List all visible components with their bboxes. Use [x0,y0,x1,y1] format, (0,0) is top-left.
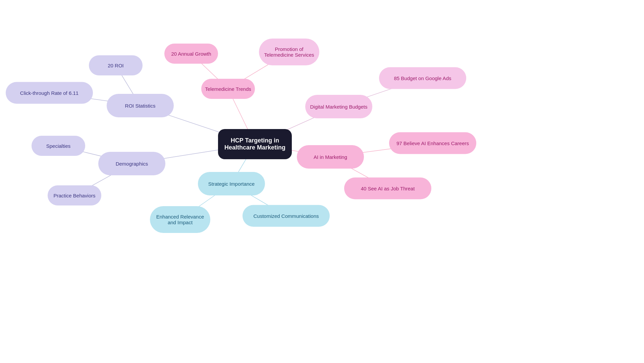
roi-statistics-node[interactable]: ROI Statistics [107,94,174,117]
ai-in-marketing-node[interactable]: AI in Marketing [297,145,364,169]
demographics-node[interactable]: Demographics [98,152,165,175]
digital-marketing-budgets-node[interactable]: Digital Marketing Budgets [305,95,372,118]
specialties-node[interactable]: Specialties [32,136,85,156]
connections-svg [0,0,644,363]
practice-behaviors-node[interactable]: Practice Behaviors [48,185,101,205]
see-ai-job-threat-node[interactable]: 40 See AI as Job Threat [344,178,431,199]
promotion-telemedicine-node[interactable]: Promotion of Telemedicine Services [259,39,319,65]
telemedicine-trends-node[interactable]: Telemedicine Trends [201,79,255,99]
20-roi-node[interactable]: 20 ROI [89,55,143,75]
budget-google-ads-node[interactable]: 85 Budget on Google Ads [379,67,466,89]
strategic-importance-node[interactable]: Strategic Importance [198,172,265,195]
mindmap-container: HCP Targeting in Healthcare Marketing Te… [0,0,644,363]
believe-ai-careers-node[interactable]: 97 Believe AI Enhances Careers [389,132,476,154]
center-node[interactable]: HCP Targeting in Healthcare Marketing [218,129,292,159]
center-label: HCP Targeting in Healthcare Marketing [218,137,292,151]
click-through-rate-node[interactable]: Click-through Rate of 6.11 [6,82,93,104]
enhanced-relevance-node[interactable]: Enhanced Relevance and Impact [150,206,210,233]
customized-communications-node[interactable]: Customized Communications [243,205,330,227]
annual-growth-node[interactable]: 20 Annual Growth [164,44,218,64]
